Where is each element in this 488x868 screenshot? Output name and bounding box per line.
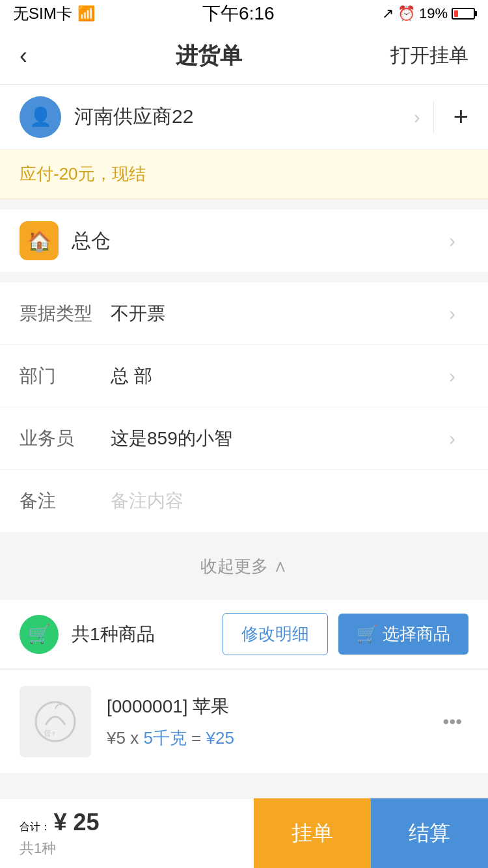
- sales-person-label: 业务员: [20, 426, 98, 451]
- supplier-section: 👤 河南供应商22 › + 应付-20元，现结: [0, 85, 488, 199]
- warehouse-section: 🏠 总仓 ›: [0, 210, 488, 272]
- hang-order-button[interactable]: 挂单: [254, 798, 371, 869]
- select-product-icon: 🛒: [357, 624, 377, 644]
- product-quantity: 5千克: [143, 728, 186, 748]
- bottom-total: 合计： ¥ 25 共1种: [0, 809, 254, 858]
- warehouse-chevron-icon: ›: [449, 230, 455, 252]
- battery-icon: [452, 8, 475, 20]
- remark-label: 备注: [20, 489, 98, 513]
- battery-fill: [454, 10, 458, 17]
- invoice-type-chevron-icon: ›: [449, 303, 455, 325]
- sales-person-chevron-icon: ›: [449, 427, 455, 450]
- status-bar-left: 无SIM卡 📶: [13, 3, 95, 24]
- supplier-name: 河南供应商22: [74, 103, 414, 130]
- sales-person-value: 这是859的小智: [98, 426, 449, 451]
- product-total: ¥25: [206, 728, 234, 748]
- status-bar: 无SIM卡 📶 下午6:16 ↗ ⏰ 19%: [0, 0, 488, 27]
- warehouse-icon: 🏠: [20, 221, 59, 260]
- main-content: 👤 河南供应商22 › + 应付-20元，现结 🏠 总仓 › 票据类型 不开票 …: [0, 85, 488, 851]
- sales-person-row[interactable]: 业务员 这是859的小智 ›: [0, 407, 488, 470]
- total-amount: ¥ 25: [53, 809, 99, 835]
- products-icon: 🛒: [20, 615, 59, 654]
- remark-row[interactable]: 备注 备注内容: [0, 470, 488, 532]
- nav-bar: ‹ 进货单 打开挂单: [0, 27, 488, 85]
- product-unit-price: ¥5: [107, 728, 126, 748]
- form-section: 票据类型 不开票 › 部门 总 部 › 业务员 这是859的小智 › 备注 备注…: [0, 282, 488, 532]
- select-product-label: 选择商品: [383, 623, 450, 645]
- supplier-avatar: 👤: [20, 96, 61, 138]
- carrier-text: 无SIM卡: [13, 3, 72, 24]
- product-item: 督+ [0000001] 苹果 ¥5 x 5千克 = ¥25 •••: [0, 670, 488, 773]
- open-hang-button[interactable]: 打开挂单: [390, 42, 468, 69]
- status-bar-right: ↗ ⏰ 19%: [382, 5, 475, 22]
- department-label: 部门: [20, 364, 98, 388]
- battery-percent: 19%: [419, 5, 448, 22]
- total-count: 共1种: [20, 839, 234, 858]
- total-line: 合计： ¥ 25: [20, 809, 234, 836]
- products-count: 共1种商品: [72, 622, 223, 647]
- remark-input[interactable]: 备注内容: [98, 489, 468, 513]
- alarm-icon: ⏰: [398, 5, 415, 22]
- supplier-row[interactable]: 👤 河南供应商22 › +: [0, 85, 488, 150]
- department-value: 总 部: [98, 364, 449, 388]
- supplier-divider: [433, 101, 434, 133]
- product-thumb-icon: 督+: [29, 696, 81, 748]
- products-header: 🛒 共1种商品 修改明细 🛒 选择商品: [0, 600, 488, 669]
- bottom-bar: 合计： ¥ 25 共1种 挂单 结算: [0, 798, 488, 868]
- product-equals: =: [191, 728, 206, 748]
- checkout-label: 结算: [409, 819, 450, 848]
- total-label: 合计：: [20, 821, 51, 832]
- invoice-type-label: 票据类型: [20, 301, 98, 326]
- department-chevron-icon: ›: [449, 365, 455, 387]
- payment-notice: 应付-20元，现结: [0, 150, 488, 199]
- collapse-label: 收起更多 ∧: [200, 555, 287, 578]
- select-product-button[interactable]: 🛒 选择商品: [338, 614, 468, 655]
- checkout-button[interactable]: 结算: [371, 798, 488, 869]
- product-thumbnail: 督+: [20, 686, 91, 757]
- product-name: [0000001] 苹果: [107, 694, 437, 719]
- product-multiply: x: [130, 728, 143, 748]
- invoice-type-value: 不开票: [98, 301, 449, 326]
- warehouse-name: 总仓: [72, 228, 449, 254]
- wifi-icon: 📶: [77, 5, 95, 22]
- supplier-chevron-icon: ›: [414, 106, 420, 128]
- add-supplier-button[interactable]: +: [454, 102, 468, 131]
- location-icon: ↗: [382, 5, 394, 22]
- invoice-type-row[interactable]: 票据类型 不开票 ›: [0, 282, 488, 345]
- product-more-button[interactable]: •••: [437, 705, 468, 739]
- page-title: 进货单: [176, 41, 242, 71]
- cart-icon: 🛒: [28, 623, 51, 645]
- product-info: [0000001] 苹果 ¥5 x 5千克 = ¥25: [107, 694, 437, 750]
- warehouse-row[interactable]: 🏠 总仓 ›: [0, 210, 488, 272]
- avatar-icon: 👤: [29, 106, 52, 128]
- status-bar-time: 下午6:16: [202, 1, 275, 26]
- svg-text:督+: 督+: [44, 729, 56, 738]
- back-button[interactable]: ‹: [20, 42, 27, 70]
- hang-order-label: 挂单: [291, 819, 333, 848]
- product-title: 苹果: [193, 696, 229, 716]
- modify-detail-button[interactable]: 修改明细: [223, 613, 328, 655]
- collapse-button[interactable]: 收起更多 ∧: [0, 543, 488, 590]
- product-code: [0000001]: [107, 696, 188, 716]
- department-row[interactable]: 部门 总 部 ›: [0, 345, 488, 407]
- product-price: ¥5 x 5千克 = ¥25: [107, 727, 437, 750]
